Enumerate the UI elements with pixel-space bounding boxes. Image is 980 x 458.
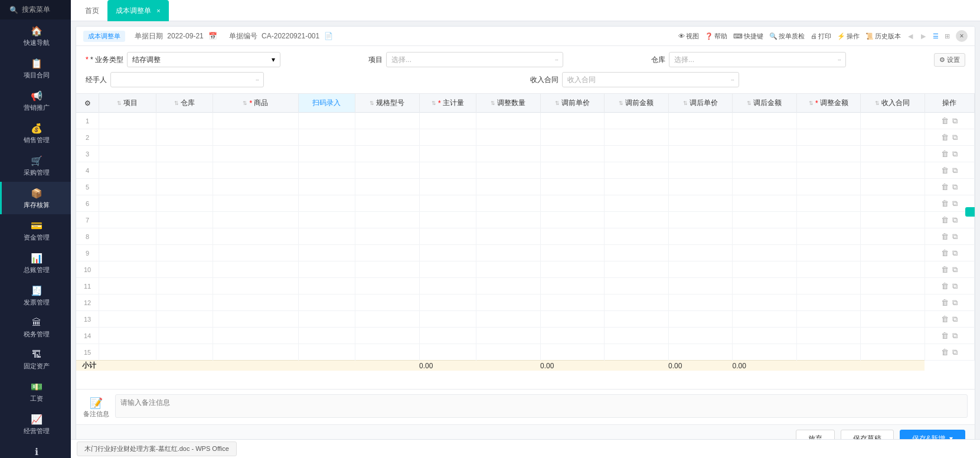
row-income-contract[interactable] [861,146,925,162]
row-scan[interactable] [298,328,355,344]
row-scan[interactable] [298,278,355,295]
row-product[interactable] [213,261,298,278]
row-before-price[interactable] [540,261,605,278]
row-warehouse[interactable] [156,344,213,361]
row-scan[interactable] [298,295,355,311]
delete-row-icon[interactable]: 🗑 [941,348,949,356]
row-income-contract[interactable] [861,113,925,129]
row-after-amount[interactable] [733,344,797,361]
row-income-contract[interactable] [861,311,925,328]
row-adjust-amount[interactable] [796,245,861,261]
copy-row-icon[interactable]: ⧉ [952,265,958,274]
row-before-amount[interactable] [605,146,669,162]
row-scan[interactable] [298,146,355,162]
row-unit[interactable] [419,228,476,245]
row-warehouse[interactable] [156,245,213,261]
row-unit[interactable] [419,328,476,344]
row-spec[interactable] [355,113,420,129]
row-spec[interactable] [355,129,420,146]
row-product[interactable] [213,162,298,179]
row-product[interactable] [213,311,298,328]
row-product[interactable] [213,146,298,162]
row-unit[interactable] [419,295,476,311]
right-edge-tab[interactable]: 展开 [965,207,975,217]
row-warehouse[interactable] [156,113,213,129]
col-warehouse-sort[interactable]: ⇅ [174,100,179,106]
row-income-contract[interactable] [861,179,925,195]
row-spec[interactable] [355,328,420,344]
doc-close-button[interactable]: × [956,30,968,42]
row-spec[interactable] [355,195,420,212]
row-scan[interactable] [298,212,355,228]
row-warehouse[interactable] [156,129,213,146]
action-operation[interactable]: ⚡ 操作 [837,32,860,41]
row-project[interactable] [99,261,156,278]
row-adjust-amount[interactable] [796,179,861,195]
copy-row-icon[interactable]: ⧉ [952,282,958,291]
row-after-price[interactable] [668,228,733,245]
row-after-amount[interactable] [733,146,797,162]
row-warehouse[interactable] [156,261,213,278]
tab-cost-adjust[interactable]: 成本调整单 × [107,0,169,21]
delete-row-icon[interactable]: 🗑 [941,282,949,290]
row-income-contract[interactable] [861,162,925,179]
row-spec[interactable] [355,344,420,361]
row-scan[interactable] [298,162,355,179]
row-unit[interactable] [419,179,476,195]
project-select[interactable]: 选择... ··· [386,52,563,67]
row-before-amount[interactable] [605,328,669,344]
sidebar-item-inventory[interactable]: 📦 库存核算 [0,182,71,214]
sidebar-item-purchase[interactable]: 🛒 采购管理 [0,149,71,182]
row-before-price[interactable] [540,212,605,228]
row-before-price[interactable] [540,162,605,179]
row-spec[interactable] [355,311,420,328]
notes-input[interactable] [115,394,968,418]
row-adjust-qty[interactable] [476,146,541,162]
delete-row-icon[interactable]: 🗑 [941,331,949,340]
row-warehouse[interactable] [156,195,213,212]
row-after-amount[interactable] [733,129,797,146]
row-adjust-qty[interactable] [476,278,541,295]
row-spec[interactable] [355,295,420,311]
row-project[interactable] [99,228,156,245]
row-adjust-qty[interactable] [476,344,541,361]
tab-home[interactable]: 首页 [77,0,107,21]
row-project[interactable] [99,212,156,228]
sidebar-item-fixed-assets[interactable]: 🏗 固定资产 [0,344,71,375]
row-adjust-qty[interactable] [476,261,541,278]
row-after-price[interactable] [668,195,733,212]
row-after-price[interactable] [668,328,733,344]
row-spec[interactable] [355,261,420,278]
action-history[interactable]: 📜 历史版本 [865,32,901,41]
row-scan[interactable] [298,179,355,195]
row-product[interactable] [213,344,298,361]
row-spec[interactable] [355,162,420,179]
delete-row-icon[interactable]: 🗑 [941,298,949,307]
row-income-contract[interactable] [861,295,925,311]
row-before-price[interactable] [540,344,605,361]
delete-row-icon[interactable]: 🗑 [941,315,949,323]
row-after-amount[interactable] [733,245,797,261]
row-before-amount[interactable] [605,195,669,212]
col-settings[interactable]: ⚙ [76,94,99,113]
row-product[interactable] [213,228,298,245]
row-spec[interactable] [355,228,420,245]
row-after-amount[interactable] [733,179,797,195]
col-before-amount-sort[interactable]: ⇅ [619,100,623,106]
action-shortcut[interactable]: ⌨ 快捷键 [733,32,763,41]
sidebar-item-capital[interactable]: 💳 资金管理 [0,214,71,247]
row-product[interactable] [213,129,298,146]
row-project[interactable] [99,195,156,212]
row-before-amount[interactable] [605,162,669,179]
row-adjust-amount[interactable] [796,278,861,295]
col-adjust-qty-sort[interactable]: ⇅ [491,100,495,106]
copy-row-icon[interactable]: ⧉ [952,298,958,307]
row-adjust-amount[interactable] [796,295,861,311]
row-product[interactable] [213,195,298,212]
delete-row-icon[interactable]: 🗑 [941,248,949,257]
row-unit[interactable] [419,278,476,295]
row-scan[interactable] [298,228,355,245]
sidebar-item-payroll[interactable]: 💵 工资 [0,375,71,408]
row-before-amount[interactable] [605,344,669,361]
row-adjust-qty[interactable] [476,195,541,212]
